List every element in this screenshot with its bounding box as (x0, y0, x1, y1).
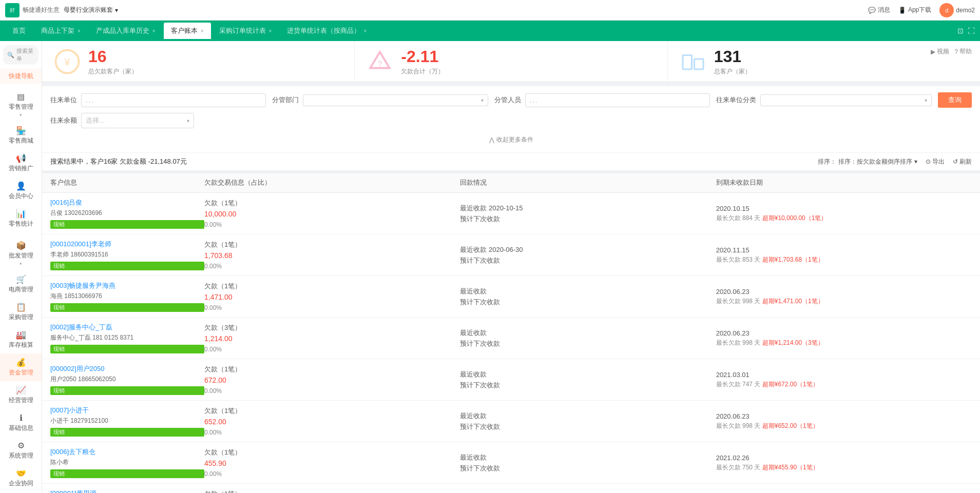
sort-label: 排序：按欠款金额倒序排序 (838, 157, 912, 166)
tab-close-icon[interactable]: × (269, 28, 272, 34)
customer-name-link-6[interactable]: [0006]去下粮仓 (50, 447, 204, 457)
next-collection-6: 预计下次收款 (460, 464, 716, 473)
restore-window-icon[interactable]: ⊡ (957, 27, 964, 35)
user-action[interactable]: d demo2 (939, 3, 975, 17)
menu-search-box[interactable]: 🔍 搜索菜单 (3, 45, 39, 65)
debt-info-2: 欠款（1笔） 1,471.00 0.00% (204, 282, 460, 311)
tab-close-icon[interactable]: × (201, 28, 204, 34)
overdue-days-text-0: 最长欠款 884 天 (716, 214, 761, 222)
dots-icon: ... (86, 96, 94, 104)
maximize-window-icon[interactable]: ⛶ (968, 27, 975, 35)
sidebar-item-operations[interactable]: 📈 经营管理 (0, 381, 42, 409)
sidebar-item-label: 库存核算 (9, 341, 33, 349)
overdue-link-6[interactable]: 超期¥455.90（1笔） (762, 464, 819, 471)
debt-count-3: 欠款（3笔） (204, 323, 460, 332)
sidebar-item-purchase[interactable]: 📋 采购管理 (0, 298, 42, 326)
due-date-6: 2021.02.26 (716, 454, 972, 462)
filter-area: 往来单位 ... 分管部门 ▾ 分管人员 ... (42, 86, 980, 152)
table-header: 客户信息 欠款交易信息（占比） 回款情况 到期未收款日期 (42, 172, 980, 193)
customer-name-link-0[interactable]: [0016]吕俊 (50, 198, 204, 207)
company-selector[interactable]: 母婴行业演示账套 ▾ (64, 6, 118, 14)
overdue-link-2[interactable]: 超期¥1,471.00（1笔） (762, 298, 824, 305)
overdue-link-5[interactable]: 超期¥652.00（1笔） (762, 422, 819, 429)
overdue-link-4[interactable]: 超期¥672.00（1笔） (762, 381, 819, 388)
video-btn[interactable]: ▶ 视频 (931, 47, 949, 56)
debt-amount-0: 10,000.00 (204, 210, 460, 218)
export-label: 导出 (932, 157, 945, 166)
sidebar-item-basic-info[interactable]: ℹ 基础信息 (0, 409, 42, 437)
sidebar-item-retail-stats[interactable]: 📊 零售统计 (0, 205, 42, 232)
debt-info-7: 欠款（1笔） 429.00 0.00% (204, 489, 460, 493)
next-collection-1: 预计下次收款 (460, 256, 716, 265)
last-collection-1: 最近收款 2020-06-30 (460, 245, 716, 254)
customer-name-link-4[interactable]: [000002]用户2050 (50, 364, 204, 373)
unit-category-input[interactable]: ▾ (760, 94, 932, 106)
tab-purchase-stats[interactable]: 采购订单统计表 × (212, 23, 279, 39)
sidebar-item-corp-collab[interactable]: 🤝 企业协同 (0, 464, 42, 492)
search-button[interactable]: 查询 (938, 92, 972, 108)
total-customers-number: 131 (714, 47, 751, 66)
message-action[interactable]: 💬 消息 (868, 6, 890, 14)
tab-close-icon[interactable]: × (363, 28, 367, 34)
table-row: [0003]畅捷服务尹海燕 海燕 18513066976 现销 欠款（1笔） 1… (42, 276, 980, 318)
sidebar-item-fast-nav[interactable]: 快捷导航 (0, 69, 42, 84)
dept-input[interactable]: ▾ (303, 94, 488, 106)
manager-input[interactable]: ... (525, 93, 710, 107)
app-download-action[interactable]: 📱 App下载 (898, 6, 931, 14)
customer-name-link-1[interactable]: [0001020001]李老师 (50, 240, 204, 249)
debt-ratio-3: 0.00% (204, 346, 460, 353)
last-collection-4: 最近收款 (460, 370, 716, 379)
overdue-link-0[interactable]: 超期¥10,000.00（1笔） (762, 214, 828, 222)
tab-customer-account[interactable]: 客户账本 × (164, 23, 211, 39)
sidebar-item-inventory[interactable]: 🏭 库存核算 (0, 326, 42, 353)
last-collection-3: 最近收款 (460, 328, 716, 338)
sidebar-item-finance[interactable]: 💰 资金管理 (0, 353, 42, 381)
wholesale-icon: 📦 (16, 241, 26, 250)
customer-name-link-5[interactable]: [0007]小进干 (50, 406, 204, 415)
table-row: [0007]小进干 小进干 18279152100 现销 欠款（1笔） 652.… (42, 401, 980, 442)
sidebar-item-wholesale[interactable]: 📦 批发管理 ▾ (0, 236, 42, 270)
customer-name-link-2[interactable]: [0003]畅捷服务尹海燕 (50, 281, 204, 290)
customer-phone-5: 小进干 18279152100 (50, 417, 204, 425)
sidebar-item-label: 企业协同 (9, 479, 33, 488)
stat-info-debt-customers: 16 总欠款客户（家） (88, 47, 138, 76)
sort-selector[interactable]: 排序： 排序：按欠款金额倒序排序 ▾ (818, 157, 917, 166)
sidebar-item-member[interactable]: 👤 会员中心 (0, 177, 42, 205)
due-info-2: 2020.06.23 最长欠款 998 天 超期¥1,471.00（1笔） (716, 288, 972, 306)
help-btn[interactable]: ? 帮助 (954, 47, 972, 56)
customer-name-link-3[interactable]: [0002]服务中心_丁磊 (50, 323, 204, 332)
tab-stock-stats[interactable]: 进货单统计表（按商品） × (280, 23, 374, 39)
debt-amount-label: 欠款合计（万） (401, 67, 444, 76)
app-download-label: App下载 (908, 6, 931, 14)
sidebar-item-ecommerce[interactable]: 🛒 电商管理 (0, 270, 42, 298)
export-button[interactable]: ⊙ 导出 (926, 157, 945, 166)
sidebar-item-system[interactable]: ⚙ 系统管理 (0, 437, 42, 464)
due-date-2: 2020.06.23 (716, 288, 972, 295)
member-icon: 👤 (16, 181, 26, 191)
ecommerce-icon: 🛒 (16, 274, 26, 284)
refresh-button[interactable]: ↺ 刷新 (953, 157, 972, 166)
sidebar-item-retail-mgmt[interactable]: ▤ 零售管理 ▾ (0, 88, 42, 122)
source-unit-input[interactable]: ... (81, 93, 266, 107)
tab-close-icon[interactable]: × (78, 28, 81, 34)
sidebar-item-label: 批发管理 (9, 251, 33, 260)
sidebar-item-retail-store[interactable]: 🏪 零售商城 (0, 122, 42, 149)
overdue-link-1[interactable]: 超期¥1,703.68（1笔） (762, 256, 824, 263)
collapse-button[interactable]: ⋀ 收起更多条件 (50, 133, 972, 146)
tab-home[interactable]: 首页 (5, 23, 33, 39)
sidebar-item-label: 资金管理 (9, 368, 33, 377)
sidebar-item-label: 零售管理 (9, 103, 33, 111)
overdue-link-3[interactable]: 超期¥1,214.00（3笔） (762, 339, 824, 346)
sidebar-item-label: 零售统计 (9, 220, 33, 228)
customer-phone-6: 陈小希 (50, 458, 204, 467)
balance-input[interactable]: 选择... ▾ (81, 113, 194, 128)
video-label: 视频 (937, 47, 949, 56)
sidebar-item-marketing[interactable]: 📢 营销推广 (0, 149, 42, 177)
filter-row-1: 往来单位 ... 分管部门 ▾ 分管人员 ... (50, 92, 972, 108)
tab-product-stock[interactable]: 产成品入库单历史 × (89, 23, 163, 39)
tab-product-listing[interactable]: 商品上下架 × (34, 23, 88, 39)
svg-rect-4 (694, 59, 703, 69)
tab-close-icon[interactable]: × (152, 28, 156, 34)
sidebar-search-area[interactable]: 🔍 搜索菜单 (0, 41, 42, 69)
customer-name-link-7[interactable]: [000001]黄思源 (50, 489, 204, 493)
